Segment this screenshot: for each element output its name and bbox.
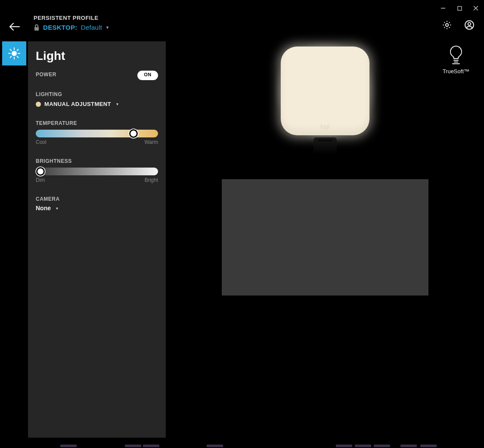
settings-button[interactable] [441, 19, 453, 31]
bulb-icon [448, 45, 464, 65]
truesoft-label: TrueSoft™ [443, 68, 469, 75]
brightness-label: BRIGHTNESS [36, 158, 158, 164]
lighting-label: LIGHTING [36, 91, 158, 97]
svg-line-14 [10, 50, 12, 51]
svg-line-15 [17, 56, 19, 58]
svg-point-8 [468, 22, 471, 25]
camera-preview-placeholder [222, 179, 428, 296]
camera-selected: None [36, 205, 51, 212]
chevron-down-icon: ▾ [106, 25, 109, 30]
svg-point-6 [446, 24, 448, 26]
desktop-label: DESKTOP: [43, 24, 78, 31]
device-brand: logi [320, 123, 330, 130]
minimize-button[interactable] [438, 3, 448, 13]
svg-rect-5 [34, 27, 39, 31]
panel-title: Light [36, 49, 158, 63]
back-button[interactable] [9, 21, 21, 33]
svg-point-9 [12, 51, 16, 56]
temperature-thumb[interactable] [129, 129, 138, 138]
power-state: ON [137, 72, 158, 77]
profile-selector[interactable]: DESKTOP: Default ▾ [34, 24, 109, 31]
brightness-thumb[interactable] [36, 167, 45, 176]
temperature-label: TEMPERATURE [36, 120, 158, 126]
bottom-bar [0, 438, 484, 447]
profile-name: Default [81, 24, 102, 31]
brightness-right-label: Bright [145, 177, 158, 183]
close-button[interactable] [471, 3, 481, 13]
temperature-slider[interactable] [36, 130, 158, 137]
persistent-profile-label: PERSISTENT PROFILE [34, 15, 109, 21]
brightness-left-label: Dim [36, 177, 45, 183]
camera-label: CAMERA [36, 196, 158, 202]
maximize-button[interactable] [455, 3, 464, 13]
lock-icon [34, 24, 40, 31]
power-label: POWER [36, 72, 56, 78]
camera-selector[interactable]: None ▾ [36, 205, 158, 212]
brightness-slider[interactable] [36, 168, 158, 175]
svg-rect-1 [458, 6, 462, 10]
account-button[interactable] [463, 19, 475, 31]
device-image: logi [276, 41, 375, 160]
power-toggle[interactable]: ON [137, 71, 158, 80]
chevron-down-icon: ▾ [56, 206, 58, 211]
temperature-left-label: Cool [36, 139, 47, 145]
truesoft-indicator: TrueSoft™ [443, 45, 469, 75]
svg-line-16 [17, 50, 19, 51]
preview-area: TrueSoft™ logi [166, 41, 484, 438]
light-tab[interactable] [2, 41, 26, 65]
svg-line-17 [10, 56, 12, 58]
mode-color-dot [36, 102, 41, 107]
chevron-down-icon: ▾ [116, 102, 118, 106]
temperature-right-label: Warm [144, 139, 158, 145]
lighting-mode-selector[interactable]: MANUAL ADJUSTMENT ▾ [36, 101, 158, 107]
lighting-mode-value: MANUAL ADJUSTMENT [44, 101, 111, 107]
light-settings-panel: Light POWER ON LIGHTING MANUAL ADJUSTMEN… [28, 41, 166, 438]
